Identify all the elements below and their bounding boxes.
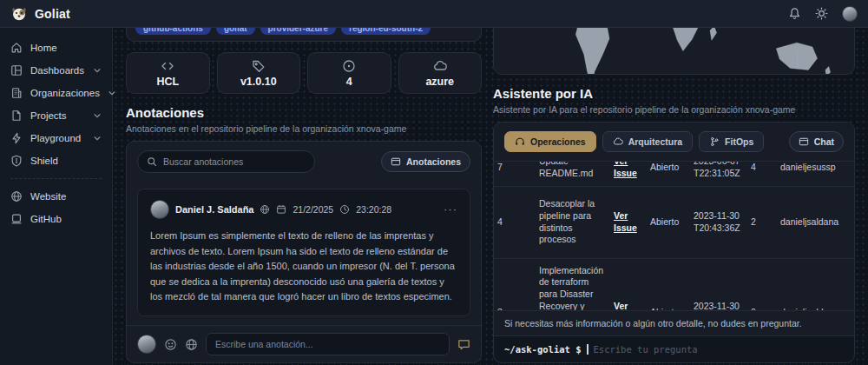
sidebar-item-home[interactable]: Home — [0, 36, 112, 59]
annotations-subtitle: Anotaciones en el repositorio pipeline d… — [126, 123, 482, 134]
table-row[interactable]: 4 Desacoplar la pipeline para distintos … — [494, 186, 854, 258]
globe-icon — [260, 204, 270, 215]
send-comment-icon[interactable] — [457, 338, 470, 351]
globe-icon — [10, 190, 23, 202]
repo-tag[interactable]: goliat — [216, 28, 255, 35]
sidebar-item-projects[interactable]: Projects — [0, 104, 112, 127]
right-column: Asistente por IA Asistente por IA para e… — [493, 28, 855, 363]
emoji-icon[interactable] — [164, 338, 177, 351]
assistant-title: Asistente por IA — [493, 86, 855, 101]
brand[interactable]: Goliat — [10, 5, 70, 23]
annotations-filter-button[interactable]: Anotaciones — [381, 151, 470, 172]
issue-user: danieljesussp — [777, 162, 852, 186]
repo-tag[interactable]: region-eu-south-2 — [341, 28, 431, 35]
ver-issue-link[interactable]: Ver Issue — [614, 210, 637, 233]
issue-comments-count: 0 — [747, 258, 777, 310]
chevron-down-icon — [93, 111, 102, 120]
annotations-title: Anotaciones — [126, 105, 482, 120]
issue-comments-count: 2 — [747, 186, 777, 258]
issues-table-container[interactable]: 7 Update README.md Ver Issue Abierto 202… — [494, 162, 854, 310]
issues-icon — [342, 59, 356, 73]
tag-icon — [252, 59, 266, 73]
sidebar-item-playground[interactable]: Playground — [0, 127, 112, 149]
dashboards-icon — [10, 64, 23, 76]
sidebar-item-label: GitHub — [30, 214, 62, 224]
topbar: Goliat — [0, 0, 868, 28]
sidebar-divider — [10, 178, 102, 179]
table-row[interactable]: 3 Implementación de terraform para Disas… — [494, 258, 854, 310]
sidebar-item-label: Dashboards — [30, 65, 84, 76]
sun-icon[interactable] — [815, 7, 828, 20]
issue-id: 4 — [494, 186, 536, 258]
github-icon — [10, 213, 23, 225]
projects-icon — [10, 110, 23, 122]
ver-issue-link[interactable]: Ver Issue — [614, 301, 637, 310]
issue-id: 3 — [494, 258, 536, 310]
sidebar-item-label: Playground — [30, 133, 81, 143]
topbar-actions — [788, 6, 858, 22]
issue-status: Abierto — [647, 258, 690, 310]
issue-title: Update README.md — [536, 162, 610, 186]
search-annotations-box[interactable] — [137, 150, 315, 173]
issue-date: 2023-11-30T12:05:45Z — [690, 258, 747, 310]
chevron-down-icon — [93, 66, 102, 75]
headphones-icon — [515, 136, 525, 147]
issue-date: 2023-11-30T20:43:36Z — [690, 186, 747, 258]
window-icon — [391, 156, 401, 167]
playground-icon — [10, 132, 23, 144]
issue-status: Abierto — [647, 162, 690, 186]
sidebar-item-label: Website — [30, 191, 66, 202]
issue-link: Ver Issue — [610, 162, 647, 186]
sidebar-item-label: Shield — [30, 156, 58, 166]
ellipsis-menu-icon[interactable]: ··· — [444, 207, 457, 212]
tab-operaciones[interactable]: Operaciones — [504, 131, 596, 152]
chevron-down-icon — [93, 134, 102, 143]
terminal-cursor — [587, 344, 589, 355]
assistant-subtitle: Asistente por IA para el repositorio pip… — [493, 104, 855, 115]
terminal-input[interactable] — [594, 344, 844, 355]
annotation-comment-card: Daniel J. Saldaña 21/2/2025 23:20:28 ··· — [137, 189, 470, 316]
table-row[interactable]: 7 Update README.md Ver Issue Abierto 202… — [494, 162, 854, 186]
annotation-composer — [127, 325, 481, 362]
stat-value: 4 — [346, 76, 352, 88]
app-title: Goliat — [35, 7, 70, 21]
code-icon — [161, 59, 174, 73]
sidebar-item-github[interactable]: GitHub — [0, 208, 112, 230]
tab-arquitectura[interactable]: Arquitectura — [602, 131, 693, 152]
sidebar-item-label: Organizaciones — [30, 88, 100, 98]
sidebar-item-shield[interactable]: Shield — [0, 149, 112, 172]
assistant-toolbar: Operaciones Arquitectura FitOps — [494, 123, 854, 162]
search-icon — [147, 156, 157, 167]
stat-card-issues: 4 — [307, 52, 391, 94]
tab-label: FitOps — [725, 136, 753, 147]
search-annotations-input[interactable] — [163, 156, 306, 167]
tab-label: Operaciones — [530, 136, 586, 147]
repo-tag[interactable]: github-actions — [135, 28, 211, 35]
stat-value: HCL — [156, 76, 179, 88]
user-avatar[interactable] — [842, 6, 858, 22]
cloud-icon — [613, 136, 623, 147]
repo-tag[interactable]: provider-azure — [260, 28, 336, 35]
globe-icon[interactable] — [185, 338, 198, 351]
stat-value: azure — [425, 76, 454, 88]
repo-tags-card: github-actions goliat provider-azure reg… — [126, 28, 482, 42]
stat-card-provider: azure — [398, 52, 483, 94]
annotation-input[interactable] — [206, 333, 450, 355]
shield-icon — [10, 155, 23, 167]
stat-card-language: HCL — [126, 52, 210, 94]
assistant-terminal[interactable]: ~/ask-goliat $ — [494, 335, 854, 362]
tab-fitops[interactable]: FitOps — [699, 131, 764, 152]
sidebar-item-dashboards[interactable]: Dashboards — [0, 59, 112, 82]
issue-title: Implementación de terraform para Disaste… — [536, 258, 610, 310]
issue-link: Ver Issue — [610, 186, 647, 258]
annotations-panel: Anotaciones Daniel J. Saldaña 21/2/2025 — [126, 141, 482, 363]
organizations-icon — [10, 87, 23, 99]
sidebar-item-website[interactable]: Website — [0, 185, 112, 208]
chat-button[interactable]: Chat — [789, 131, 844, 152]
ver-issue-link[interactable]: Ver Issue — [614, 162, 637, 178]
sidebar-item-label: Home — [30, 43, 57, 53]
sidebar-item-organizaciones[interactable]: Organizaciones — [0, 82, 112, 104]
bell-icon[interactable] — [788, 7, 801, 20]
comment-body: Lorem Ipsum es simplemente el texto de r… — [150, 229, 457, 305]
main-content: github-actions goliat provider-azure reg… — [113, 28, 868, 365]
